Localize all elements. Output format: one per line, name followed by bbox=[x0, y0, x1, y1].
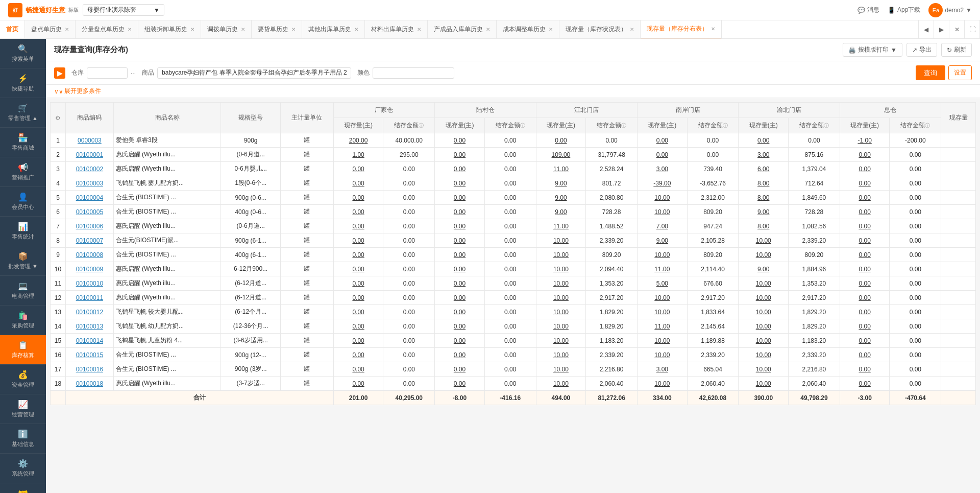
product-input[interactable] bbox=[157, 67, 351, 79]
th-info-icon[interactable]: ⓘ bbox=[520, 123, 525, 128]
row-w3q[interactable]: 10.00 bbox=[536, 362, 586, 377]
tab-sub-inventory[interactable]: 分量盘点单历史 ✕ bbox=[76, 20, 138, 39]
row-w2q[interactable]: 0.00 bbox=[435, 248, 485, 262]
row-w4q[interactable]: 10.00 bbox=[637, 305, 687, 319]
row-w5q[interactable]: 10.00 bbox=[739, 291, 789, 305]
row-w5q[interactable]: 10.00 bbox=[739, 305, 789, 319]
tab-material-out[interactable]: 材料出库单历史 ✕ bbox=[365, 20, 428, 39]
row-w3q[interactable]: 10.00 bbox=[536, 262, 586, 276]
row-w1q[interactable]: 0.00 bbox=[333, 248, 383, 262]
row-totalq[interactable]: 0.00 bbox=[840, 248, 890, 262]
tab-product-in[interactable]: 产成品入库单历史 ✕ bbox=[428, 20, 497, 39]
row-w1q[interactable]: 0.00 bbox=[333, 377, 383, 391]
th-info-icon[interactable]: ⓘ bbox=[824, 123, 829, 128]
th-info-icon[interactable]: ⓘ bbox=[925, 123, 930, 128]
row-totalq[interactable]: 0.00 bbox=[840, 348, 890, 362]
tab-order[interactable]: 要货单历史 ✕ bbox=[252, 20, 302, 39]
row-w2q[interactable]: 0.00 bbox=[435, 334, 485, 348]
row-w5q[interactable]: 10.00 bbox=[739, 248, 789, 262]
row-totalq[interactable]: 0.00 bbox=[840, 262, 890, 276]
row-w4q[interactable]: 3.00 bbox=[637, 162, 687, 176]
close-icon[interactable]: ✕ bbox=[65, 27, 69, 32]
industry-selector[interactable]: 母婴行业演示陈套 ▼ bbox=[83, 4, 164, 16]
row-w3q[interactable]: 109.00 bbox=[536, 148, 586, 162]
tab-cost-adjust[interactable]: 成本调整单历史 ✕ bbox=[497, 20, 559, 39]
row-w3q[interactable]: 0.00 bbox=[536, 133, 586, 148]
row-totalq[interactable]: 0.00 bbox=[840, 191, 890, 205]
row-w2q[interactable]: 0.00 bbox=[435, 377, 485, 391]
sidebar-item-search[interactable]: 🔍 搜索英单 bbox=[0, 39, 46, 68]
close-icon[interactable]: ✕ bbox=[417, 27, 421, 32]
th-info-icon[interactable]: ⓘ bbox=[621, 123, 626, 128]
row-w4q[interactable]: 10.00 bbox=[637, 348, 687, 362]
nav-expand-btn[interactable]: ⛶ bbox=[965, 20, 980, 39]
row-w2q[interactable]: 0.00 bbox=[435, 205, 485, 219]
sidebar-item-purchase[interactable]: 🛍️ 采购管理 bbox=[0, 306, 46, 335]
row-w5q[interactable]: 10.00 bbox=[739, 362, 789, 377]
row-w1q[interactable]: 0.00 bbox=[333, 162, 383, 176]
row-code[interactable]: 00100004 bbox=[66, 191, 114, 205]
query-btn[interactable]: 查询 bbox=[916, 65, 945, 80]
row-w1q[interactable]: 0.00 bbox=[333, 276, 383, 291]
close-icon[interactable]: ✕ bbox=[190, 27, 194, 32]
export-btn[interactable]: ↗ 导出 bbox=[906, 43, 937, 57]
row-code[interactable]: 00100011 bbox=[66, 291, 114, 305]
close-icon[interactable]: ✕ bbox=[486, 27, 490, 32]
tab-stock-dist[interactable]: 现存量（库存分布表） ✕ bbox=[641, 20, 722, 39]
download-btn[interactable]: 📱 App下载 bbox=[888, 6, 920, 14]
row-code[interactable]: 00100014 bbox=[66, 334, 114, 348]
row-w3q[interactable]: 10.00 bbox=[536, 319, 586, 334]
row-w4q[interactable]: 10.00 bbox=[637, 191, 687, 205]
row-w5q[interactable]: 6.00 bbox=[739, 162, 789, 176]
sidebar-item-operations[interactable]: 📈 经营管理 bbox=[0, 394, 46, 424]
sidebar-item-basicinfo[interactable]: ℹ️ 基础信息 bbox=[0, 424, 46, 454]
row-w4q[interactable]: 10.00 bbox=[637, 334, 687, 348]
row-w3q[interactable]: 10.00 bbox=[536, 377, 586, 391]
sidebar-item-retail[interactable]: 🛒 零售管理 ▲ bbox=[0, 98, 46, 128]
row-w5q[interactable]: 9.00 bbox=[739, 205, 789, 219]
row-w1q[interactable]: 0.00 bbox=[333, 233, 383, 248]
sidebar-item-retailstat[interactable]: 📊 零售统计 bbox=[0, 217, 46, 246]
sidebar-item-inventory[interactable]: 📋 库存核算 bbox=[0, 335, 46, 365]
row-code[interactable]: 00100006 bbox=[66, 219, 114, 233]
close-icon[interactable]: ✕ bbox=[630, 27, 634, 32]
filter-expand-btn[interactable]: ▶ bbox=[54, 67, 65, 79]
row-w3q[interactable]: 10.00 bbox=[536, 305, 586, 319]
row-w2q[interactable]: 0.00 bbox=[435, 305, 485, 319]
sidebar-item-system[interactable]: ⚙️ 系统管理 bbox=[0, 454, 46, 483]
row-w1q[interactable]: 200.00 bbox=[333, 133, 383, 148]
sidebar-item-retailmall[interactable]: 🏪 零售商城 bbox=[0, 128, 46, 157]
th-info-icon[interactable]: ⓘ bbox=[419, 123, 424, 128]
row-totalq[interactable]: 0.00 bbox=[840, 162, 890, 176]
tab-other-out[interactable]: 其他出库单历史 ✕ bbox=[302, 20, 365, 39]
warehouse-input[interactable] bbox=[87, 67, 128, 79]
close-icon[interactable]: ✕ bbox=[241, 27, 245, 32]
sidebar-item-wholesale[interactable]: 📦 批发管理 ▼ bbox=[0, 246, 46, 276]
sidebar-item-collab[interactable]: 🤝 企业协同 bbox=[0, 483, 46, 493]
row-totalq[interactable]: 0.00 bbox=[840, 205, 890, 219]
row-code[interactable]: 0000003 bbox=[66, 133, 114, 148]
row-w4q[interactable]: 10.00 bbox=[637, 205, 687, 219]
row-w3q[interactable]: 11.00 bbox=[536, 162, 586, 176]
row-w1q[interactable]: 0.00 bbox=[333, 262, 383, 276]
close-icon[interactable]: ✕ bbox=[291, 27, 296, 32]
row-code[interactable]: 00100003 bbox=[66, 176, 114, 191]
row-w4q[interactable]: 10.00 bbox=[637, 377, 687, 391]
row-w1q[interactable]: 0.00 bbox=[333, 176, 383, 191]
print-btn[interactable]: 🖨️ 按模版打印 ▼ bbox=[843, 43, 902, 57]
row-w3q[interactable]: 10.00 bbox=[536, 348, 586, 362]
row-w2q[interactable]: 0.00 bbox=[435, 319, 485, 334]
row-totalq[interactable]: 0.00 bbox=[840, 305, 890, 319]
row-w1q[interactable]: 1.00 bbox=[333, 148, 383, 162]
row-w5q[interactable]: 0.00 bbox=[739, 133, 789, 148]
row-w5q[interactable]: 10.00 bbox=[739, 348, 789, 362]
close-icon[interactable]: ✕ bbox=[128, 27, 132, 32]
row-totalq[interactable]: -1.00 bbox=[840, 133, 890, 148]
row-w3q[interactable]: 9.00 bbox=[536, 176, 586, 191]
row-w3q[interactable]: 10.00 bbox=[536, 334, 586, 348]
row-code[interactable]: 00100007 bbox=[66, 233, 114, 248]
row-w3q[interactable]: 11.00 bbox=[536, 219, 586, 233]
row-w2q[interactable]: 0.00 bbox=[435, 191, 485, 205]
row-code[interactable]: 00100005 bbox=[66, 205, 114, 219]
row-code[interactable]: 00100016 bbox=[66, 362, 114, 377]
